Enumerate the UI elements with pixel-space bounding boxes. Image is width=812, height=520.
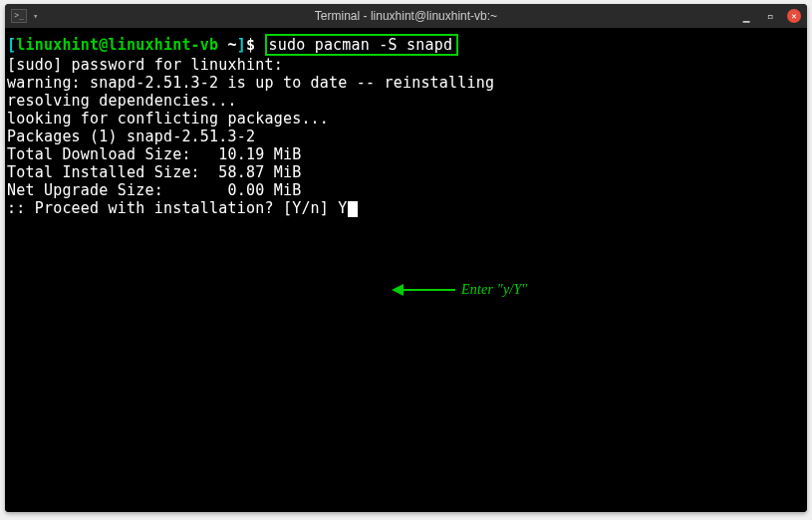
prompt-symbol: $: [246, 36, 264, 54]
terminal-body[interactable]: [linuxhint@linuxhint-vb ~]$ sudo pacman …: [5, 28, 807, 512]
annotation-text: Enter "y/Y": [461, 281, 527, 299]
terminal-icon: >_: [11, 9, 27, 23]
output-line: Total Installed Size: 58.87 MiB: [7, 163, 805, 181]
minimize-button[interactable]: ▁: [739, 9, 753, 23]
arrow-line: [404, 289, 455, 291]
output-line: Packages (1) snapd-2.51.3-2: [7, 128, 805, 145]
prompt-user: linuxhint: [16, 36, 99, 54]
arrow-head-icon: [392, 284, 404, 296]
output-line: [sudo] password for linuxhint:: [7, 56, 805, 74]
titlebar: >_ ▾ Terminal - linuxhint@linuxhint-vb:~…: [5, 4, 807, 28]
prompt-path: ~: [218, 36, 236, 54]
annotation-arrow: Enter "y/Y": [392, 281, 527, 299]
maximize-button[interactable]: ▫: [763, 9, 777, 23]
proceed-prompt: :: Proceed with installation? [Y/n] Y: [7, 199, 805, 217]
output-line: Net Upgrade Size: 0.00 MiB: [7, 181, 805, 199]
output-line: warning: snapd-2.51.3-2 is up to date --…: [7, 74, 805, 92]
close-button[interactable]: ✕: [787, 9, 801, 23]
prompt-bracket-close: ]: [237, 36, 246, 54]
terminal-window: >_ ▾ Terminal - linuxhint@linuxhint-vb:~…: [5, 4, 807, 512]
output-line: looking for conflicting packages...: [7, 110, 805, 128]
prompt-bracket-open: [: [7, 36, 16, 54]
prompt-host: linuxhint-vb: [109, 36, 219, 54]
command-highlight: sudo pacman -S snapd: [265, 34, 459, 56]
window-title: Terminal - linuxhint@linuxhint-vb:~: [315, 9, 497, 23]
prompt-line: [linuxhint@linuxhint-vb ~]$ sudo pacman …: [7, 34, 805, 56]
output-line: Total Download Size: 10.19 MiB: [7, 145, 805, 163]
output-line: resolving dependencies...: [7, 92, 805, 110]
command-text: sudo pacman -S snapd: [269, 36, 453, 54]
window-controls: ▁ ▫ ✕: [739, 9, 801, 23]
dropdown-icon[interactable]: ▾: [33, 11, 38, 21]
prompt-at: @: [99, 36, 108, 54]
cursor: [348, 201, 358, 217]
